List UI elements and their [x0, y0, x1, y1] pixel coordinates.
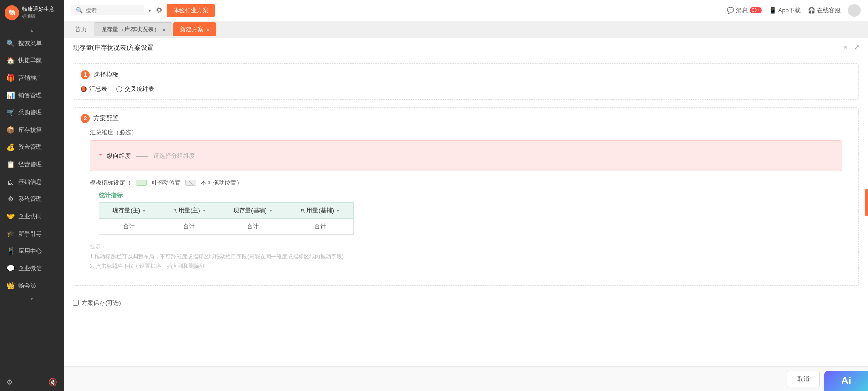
sidebar-item-marketing[interactable]: 🎁 营销推广: [0, 69, 64, 87]
marketing-icon: 🎁: [6, 74, 15, 82]
col-header-1[interactable]: 可用量(主) ▾: [159, 203, 219, 219]
headset-icon: 🎧: [808, 7, 815, 14]
sidebar-item-label: 库存核算: [18, 126, 57, 134]
app-download-icon: 📱: [769, 7, 776, 14]
dim-placeholder: 请选择分组维度: [153, 152, 195, 160]
sidebar-item-wechat[interactable]: 💬 企业微信: [0, 260, 64, 277]
sidebar-item-enterprise[interactable]: 🤝 企业协同: [0, 208, 64, 225]
search-input[interactable]: [86, 7, 131, 14]
close-window-button[interactable]: ×: [841, 42, 850, 52]
tab-inventory-label: 现存量（库存状况表）: [101, 26, 160, 34]
messages-item[interactable]: 💬 消息 99+: [727, 6, 762, 15]
sidebar-item-basic-info[interactable]: 🗂 基础信息: [0, 173, 64, 190]
metrics-title: 模板指标设定（: [90, 179, 131, 187]
tab-inventory-status[interactable]: 现存量（库存状况表） ×: [94, 22, 172, 36]
col-header-0[interactable]: 现存量(主) ▾: [99, 203, 159, 219]
sidebar-item-finance[interactable]: 💰 资金管理: [0, 139, 64, 156]
col-dropdown-1[interactable]: ▾: [203, 208, 205, 213]
right-edge-bar: [865, 189, 868, 216]
sidebar-item-label: 采购管理: [18, 108, 57, 117]
step1-section: 1 选择模板 汇总表 交叉统计表: [73, 63, 859, 100]
sidebar-item-operations[interactable]: 📋 经营管理: [0, 156, 64, 173]
app-download-item[interactable]: 📱 App下载: [769, 6, 801, 15]
tab-new-scheme[interactable]: 新建方案 ×: [173, 22, 216, 36]
sidebar-item-search-menu[interactable]: 🔍 搜索菜单: [0, 35, 64, 52]
table-row: 合计 合计 合计 合计: [99, 219, 354, 235]
app-logo-icon: 畅: [5, 5, 19, 20]
sidebar-footer: ⚙ 🔇: [0, 373, 64, 391]
sidebar: 畅 畅康通好生意 标准版 ▲ 🔍 搜索菜单 🏠 快捷导航 🎁 营销推广 📊 销售…: [0, 0, 64, 391]
dim-label: 纵向维度: [107, 152, 131, 160]
settings-footer-icon[interactable]: ⚙: [6, 378, 13, 386]
col-dropdown-2[interactable]: ▾: [270, 208, 272, 213]
step2-section: 2 方案配置 汇总维度（必选） * 纵向维度 —— 请选择分组维度 模板指标设定…: [73, 107, 859, 286]
metrics-header: 模板指标设定（ 可拖动位置 不可拖动位置）: [90, 179, 842, 187]
tab-new-scheme-label: 新建方案: [180, 26, 204, 34]
sidebar-item-label: 销售管理: [18, 91, 57, 99]
tip-1: 1.拖动标题栏可以调整布局，不可跨维度或指标区域拖动栏目字段(只能在同一维度或指…: [90, 252, 842, 262]
tab-home[interactable]: 首页: [68, 23, 93, 36]
template-option-cross[interactable]: 交叉统计表: [116, 85, 154, 93]
template-option-summary[interactable]: 汇总表: [81, 85, 107, 93]
col-header-label-0: 现存量(主): [112, 206, 140, 215]
col-header-label-3: 可用量(基辅): [301, 206, 334, 215]
sidebar-item-sales[interactable]: 📊 销售管理: [0, 87, 64, 104]
online-service-item[interactable]: 🎧 在线客服: [808, 6, 841, 15]
ai-badge[interactable]: Ai: [824, 371, 868, 391]
sidebar-item-purchase[interactable]: 🛒 采购管理: [0, 104, 64, 121]
expand-window-button[interactable]: ⤢: [851, 42, 863, 52]
template-cross-label: 交叉统计表: [125, 85, 154, 93]
col-dropdown-0[interactable]: ▾: [143, 208, 145, 213]
save-checkbox[interactable]: [73, 300, 79, 306]
sidebar-item-inventory[interactable]: 📦 库存核算: [0, 121, 64, 139]
messages-badge: 99+: [750, 7, 762, 13]
sidebar-scroll-up[interactable]: ▲: [0, 26, 64, 35]
template-radio-summary[interactable]: [81, 86, 87, 92]
sidebar-item-label: 企业微信: [18, 264, 57, 273]
topbar: 🔍 ▾ ⚙ 体验行业方案 💬 消息 99+ 📱 App下载 🎧 在线客服: [64, 0, 868, 21]
template-radio-cross[interactable]: [116, 86, 122, 92]
agg-pink-box[interactable]: * 纵向维度 —— 请选择分组维度: [90, 140, 842, 171]
col-dropdown-3[interactable]: ▾: [337, 208, 339, 213]
sound-footer-icon[interactable]: 🔇: [48, 378, 57, 386]
sales-icon: 📊: [6, 91, 15, 99]
app-center-icon: 📱: [6, 247, 15, 255]
search-box[interactable]: 🔍: [71, 5, 144, 15]
trial-industry-button[interactable]: 体验行业方案: [167, 4, 215, 17]
newbie-icon: 🎓: [6, 230, 15, 238]
content-area: × ⤢ 现存量(库存状况表)方案设置 1 选择模板 汇总表 交叉统计表: [64, 38, 868, 366]
online-service-label: 在线客服: [817, 6, 841, 15]
panel-header: 现存量(库存状况表)方案设置: [64, 38, 868, 56]
tabs-bar: 首页 现存量（库存状况表） × 新建方案 ×: [64, 21, 868, 38]
topbar-right: 💬 消息 99+ 📱 App下载 🎧 在线客服: [727, 4, 861, 17]
tip-2: 2. 点击标题栏下拉可设置排序、插入列和删除列: [90, 262, 842, 272]
cell-0-0: 合计: [99, 219, 159, 235]
sidebar-item-system[interactable]: ⚙ 系统管理: [0, 190, 64, 208]
settings-gear-icon[interactable]: ⚙: [156, 6, 162, 15]
stats-table-section: 统计指标 现存量(主) ▾: [99, 191, 833, 235]
sidebar-item-newbie[interactable]: 🎓 新手引导: [0, 225, 64, 242]
cancel-button[interactable]: 取消: [787, 371, 820, 387]
save-option: 方案保存(可选): [64, 293, 868, 313]
search-dropdown-arrow[interactable]: ▾: [148, 7, 151, 14]
sidebar-scroll-down[interactable]: ▼: [0, 294, 64, 303]
purchase-icon: 🛒: [6, 108, 15, 117]
tab-inventory-close-icon[interactable]: ×: [163, 27, 165, 32]
sidebar-item-label: 新手引导: [18, 230, 57, 238]
bottom-bar: 取消 查询: [64, 366, 868, 391]
window-controls: × ⤢: [835, 38, 868, 56]
tip-prefix: 提示：: [90, 242, 842, 252]
operations-icon: 📋: [6, 160, 15, 169]
col-header-3[interactable]: 可用量(基辅) ▾: [286, 203, 354, 219]
tab-new-scheme-close-icon[interactable]: ×: [206, 27, 209, 32]
message-icon: 💬: [727, 7, 734, 14]
main-area: 🔍 ▾ ⚙ 体验行业方案 💬 消息 99+ 📱 App下载 🎧 在线客服 首: [64, 0, 868, 391]
step1-title: 1 选择模板: [81, 70, 851, 79]
messages-label: 消息: [736, 6, 748, 15]
sidebar-item-app-center[interactable]: 📱 应用中心: [0, 242, 64, 260]
user-avatar[interactable]: [848, 4, 861, 17]
sidebar-item-quick-nav[interactable]: 🏠 快捷导航: [0, 52, 64, 69]
search-icon: 🔍: [76, 7, 83, 14]
sidebar-item-member[interactable]: 👑 畅会员: [0, 277, 64, 294]
col-header-2[interactable]: 现存量(基辅) ▾: [219, 203, 286, 219]
